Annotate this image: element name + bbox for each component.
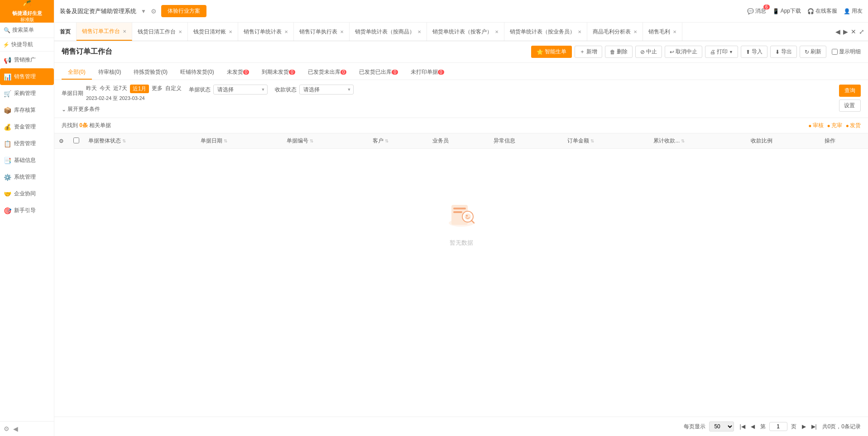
- export-button[interactable]: ⬇ 导出: [770, 46, 797, 58]
- tab-bar: 首页 销售订单工作台 ✕ 钱货日清工作台 ✕ 钱货日清对账 ✕ 销售订单统计表 …: [54, 23, 868, 41]
- date-today[interactable]: 今天: [100, 85, 110, 93]
- ship-btn[interactable]: ● 发货: [846, 122, 861, 129]
- tab-cash-daily[interactable]: 钱货日清工作台 ✕: [132, 23, 188, 41]
- tab-sales-workbench[interactable]: 销售订单工作台 ✕: [77, 23, 132, 41]
- sidebar-item-basic[interactable]: 📑 基础信息: [0, 152, 54, 169]
- sub-tab-pending-audit[interactable]: 待审核(0): [92, 66, 128, 80]
- next-page-icon[interactable]: ▶: [800, 422, 808, 431]
- revoke-btn[interactable]: ● 充审: [827, 122, 842, 129]
- sort-customer-icon[interactable]: ⇅: [385, 138, 388, 143]
- sidebar-item-finance[interactable]: 💰 资金管理: [0, 118, 54, 135]
- sidebar-item-system[interactable]: ⚙️ 系统管理: [0, 169, 54, 185]
- refresh-button[interactable]: ↻ 刷新: [800, 46, 826, 58]
- sort-date-icon[interactable]: ⇅: [224, 138, 227, 143]
- sub-tab-shipped-not-out[interactable]: 已发货未出库0: [302, 66, 353, 80]
- tab-expand-icon[interactable]: ⤢: [858, 27, 865, 36]
- th-checkbox[interactable]: [69, 133, 84, 149]
- tab-next-icon[interactable]: ▶: [842, 27, 849, 36]
- online-service-btn[interactable]: 🎧 在线客服: [807, 7, 837, 15]
- show-detail-input[interactable]: [832, 49, 838, 55]
- message-btn[interactable]: 💬 6 消息: [747, 7, 766, 15]
- stop-button[interactable]: ⊘ 中止: [635, 46, 662, 58]
- sidebar-item-sales[interactable]: 📊 销售管理: [0, 68, 54, 85]
- import-button[interactable]: ⬆ 导入: [741, 46, 767, 58]
- date-1month[interactable]: 近1月: [130, 85, 149, 93]
- tab-sales-summary-staff[interactable]: 销货单统计表（按业务员） ✕: [504, 23, 587, 41]
- tab-close-sales-exec[interactable]: ✕: [340, 29, 344, 34]
- sidebar-item-guide[interactable]: 🎯 新手引导: [0, 202, 54, 219]
- sub-tab-overdue[interactable]: 到期未发货0: [255, 66, 302, 80]
- tab-close-gross-profit[interactable]: ✕: [633, 29, 637, 34]
- dropdown-icon[interactable]: ▼: [141, 8, 146, 14]
- delete-button[interactable]: 🗑 删除: [605, 46, 633, 58]
- sort-amount-icon[interactable]: ⇅: [590, 138, 594, 143]
- sidebar-item-enterprise[interactable]: 🤝 企业协同: [0, 185, 54, 202]
- page-input[interactable]: [769, 422, 787, 431]
- app-download-btn[interactable]: 📱 App下载: [772, 7, 801, 15]
- th-settings[interactable]: ⚙: [54, 133, 69, 149]
- sidebar-nav-btn[interactable]: ⚡ 快捷导航: [0, 38, 54, 52]
- first-page-icon[interactable]: |◀: [738, 422, 747, 431]
- sub-tab-wangpu[interactable]: 旺铺待发货(0): [174, 66, 221, 80]
- sidebar-item-operations[interactable]: 📋 经营管理: [0, 135, 54, 152]
- filter-setting-button[interactable]: 设置: [839, 100, 861, 112]
- prev-page-icon[interactable]: ◀: [749, 422, 757, 431]
- tab-close-sales-summary-staff[interactable]: ✕: [578, 29, 581, 34]
- select-all-checkbox[interactable]: [73, 137, 79, 143]
- cancel-stop-button[interactable]: ↩ 取消中止: [665, 46, 702, 58]
- sidebar-item-inventory[interactable]: 📦 库存核算: [0, 102, 54, 118]
- tab-gross-profit[interactable]: 商品毛利分析表 ✕: [587, 23, 643, 41]
- tab-sales-summary-prod[interactable]: 销货单统计表（按商品） ✕: [350, 23, 427, 41]
- collapse-icon[interactable]: ◀: [13, 425, 18, 432]
- tab-close-sales-workbench[interactable]: ✕: [123, 29, 126, 34]
- tab-sales-exec[interactable]: 销售订单执行表 ✕: [294, 23, 350, 41]
- sub-tab-pending-inspect[interactable]: 待拣货验货(0): [127, 66, 174, 80]
- tab-sales-profit[interactable]: 销售毛利 ✕: [643, 23, 682, 41]
- tab-sales-stat[interactable]: 销售订单统计表 ✕: [238, 23, 294, 41]
- new-button[interactable]: ＋ 新增: [575, 46, 602, 58]
- date-yesterday[interactable]: 昨天: [86, 85, 97, 93]
- user-btn[interactable]: 👤 用友: [844, 7, 863, 15]
- show-detail-checkbox[interactable]: 显示明细: [832, 48, 861, 56]
- sub-tab-all[interactable]: 全部(0): [62, 66, 92, 80]
- print-dropdown-icon[interactable]: ▼: [729, 50, 733, 54]
- query-button[interactable]: 查询: [839, 85, 861, 97]
- tab-close-sales-stat[interactable]: ✕: [284, 29, 288, 34]
- tab-sales-summary-cust[interactable]: 销货单统计表（按客户） ✕: [427, 23, 504, 41]
- tab-close-sales-summary-cust[interactable]: ✕: [495, 29, 499, 34]
- sidebar-search-btn[interactable]: 🔍 搜索菜单: [0, 23, 54, 38]
- expand-filter-btn[interactable]: ⌄ 展开更多条件: [62, 105, 832, 113]
- solution-button[interactable]: 体验行业方案: [161, 5, 206, 17]
- payment-select[interactable]: 请选择: [299, 85, 354, 95]
- sub-tab-shipped-out[interactable]: 已发货已出库0: [353, 66, 404, 80]
- status-select[interactable]: 请选择: [213, 85, 268, 95]
- tab-home[interactable]: 首页: [54, 23, 77, 41]
- sidebar-item-purchase[interactable]: 🛒 采购管理: [0, 85, 54, 102]
- date-more[interactable]: 更多: [152, 85, 163, 93]
- sort-collected-icon[interactable]: ⇅: [681, 138, 685, 143]
- tab-close-cash-reconcile[interactable]: ✕: [229, 29, 232, 34]
- date-7days[interactable]: 近7天: [113, 85, 127, 93]
- per-page-select[interactable]: 50 10 20 100: [709, 422, 734, 431]
- tab-close-sales-summary-prod[interactable]: ✕: [417, 29, 421, 34]
- smart-gen-button[interactable]: ⭐ 智能生单: [531, 46, 572, 58]
- tab-close-all-icon[interactable]: ✕: [850, 27, 857, 36]
- table-scroll[interactable]: ⚙ 单据整体状态⇅ 单据日期⇅ 单据编号⇅: [54, 133, 868, 417]
- settings-icon[interactable]: ⚙: [151, 8, 157, 15]
- tab-prev-icon[interactable]: ◀: [834, 27, 841, 36]
- settings-icon[interactable]: ⚙: [4, 425, 10, 432]
- sort-number-icon[interactable]: ⇅: [310, 138, 313, 143]
- date-custom[interactable]: 自定义: [165, 85, 182, 93]
- tab-close-sales-profit[interactable]: ✕: [673, 29, 676, 34]
- tab-close-cash-daily[interactable]: ✕: [178, 29, 182, 34]
- audit-btn[interactable]: ● 审核: [808, 122, 823, 129]
- sort-status-icon[interactable]: ⇅: [122, 138, 126, 143]
- filter-payment-item: 收款状态 请选择: [275, 85, 354, 95]
- sub-tab-not-shipped[interactable]: 未发货0: [221, 66, 256, 80]
- sidebar-item-marketing[interactable]: 📢 营销推广: [0, 52, 54, 68]
- last-page-icon[interactable]: ▶|: [810, 422, 819, 431]
- tab-cash-reconcile[interactable]: 钱货日清对账 ✕: [188, 23, 238, 41]
- print-button[interactable]: 🖨 打印 ▼: [705, 46, 738, 58]
- sub-tab-not-printed[interactable]: 未打印单据0: [404, 66, 451, 80]
- svg-point-5: [465, 213, 471, 220]
